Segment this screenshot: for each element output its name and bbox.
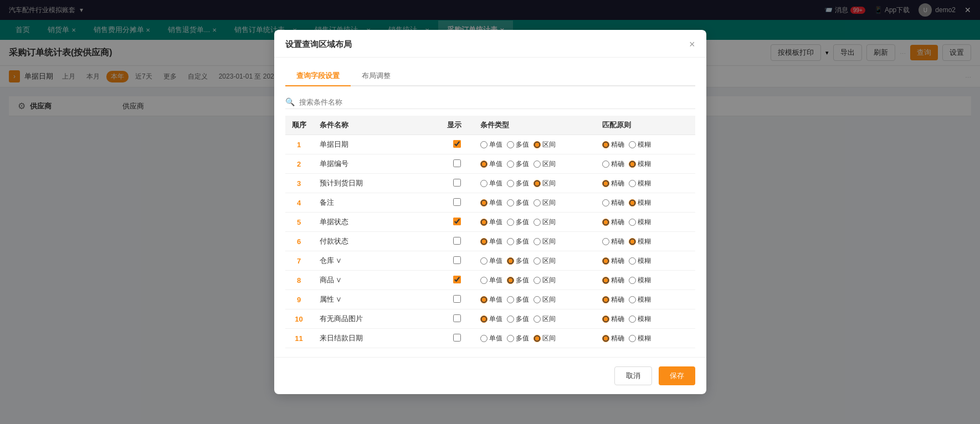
show-checkbox[interactable] xyxy=(453,198,461,206)
radio-type-item[interactable]: 区间 xyxy=(533,140,556,149)
radio-type-item[interactable]: 区间 xyxy=(533,276,556,285)
radio-type-item[interactable]: 区间 xyxy=(533,179,556,188)
settings-modal: 设置查询区域布局 × 查询字段设置 布局调整 🔍 顺序 xyxy=(274,30,706,309)
radio-type-item[interactable]: 区间 xyxy=(533,237,556,246)
cell-order: 1 xyxy=(285,135,313,154)
show-checkbox[interactable] xyxy=(453,159,461,167)
radio-match-item[interactable]: 精确 xyxy=(602,140,624,149)
cell-type[interactable]: 单值多值区间 xyxy=(474,213,596,232)
cell-match[interactable]: 精确模糊 xyxy=(596,213,695,232)
cell-order: 3 xyxy=(285,174,313,193)
radio-type-item[interactable]: 单值 xyxy=(480,179,502,188)
cell-match[interactable]: 精确模糊 xyxy=(596,174,695,193)
cell-match[interactable]: 精确模糊 xyxy=(596,251,695,271)
radio-match-item[interactable]: 模糊 xyxy=(629,159,651,169)
cell-match[interactable]: 精确模糊 xyxy=(596,193,695,213)
cell-show[interactable] xyxy=(440,193,474,213)
radio-type-item[interactable]: 多值 xyxy=(507,140,529,149)
show-checkbox[interactable] xyxy=(453,218,461,225)
radio-match-item[interactable]: 模糊 xyxy=(629,237,651,246)
modal-close-btn[interactable]: × xyxy=(689,39,695,50)
cell-show[interactable] xyxy=(440,154,474,174)
modal-header: 设置查询区域布局 × xyxy=(274,30,706,58)
cell-match[interactable]: 精确模糊 xyxy=(596,135,695,154)
radio-type-item[interactable]: 单值 xyxy=(480,159,502,169)
radio-match-item[interactable]: 模糊 xyxy=(629,179,651,188)
show-checkbox[interactable] xyxy=(453,179,461,187)
tab-layout[interactable]: 布局调整 xyxy=(351,66,402,86)
radio-match-item[interactable]: 精确 xyxy=(602,218,624,227)
radio-type-item[interactable]: 区间 xyxy=(533,295,556,304)
cell-match[interactable]: 精确模糊 xyxy=(596,290,695,309)
radio-type-item[interactable]: 单值 xyxy=(480,256,502,266)
radio-type-item[interactable]: 区间 xyxy=(533,198,556,208)
cell-type[interactable]: 单值多值区间 xyxy=(474,232,596,251)
cell-type[interactable]: 单值多值区间 xyxy=(474,154,596,174)
show-checkbox[interactable] xyxy=(453,295,461,303)
cell-show[interactable] xyxy=(440,213,474,232)
radio-type-item[interactable]: 多值 xyxy=(507,218,529,227)
th-show: 显示 xyxy=(440,116,474,135)
cell-match[interactable]: 精确模糊 xyxy=(596,154,695,174)
table-row: 1单据日期单值多值区间精确模糊 xyxy=(285,135,695,154)
radio-match-item[interactable]: 精确 xyxy=(602,237,624,246)
cell-show[interactable] xyxy=(440,135,474,154)
radio-match-item[interactable]: 精确 xyxy=(602,198,624,208)
radio-match-item[interactable]: 精确 xyxy=(602,179,624,188)
radio-match-item[interactable]: 精确 xyxy=(602,256,624,266)
tab-query-fields[interactable]: 查询字段设置 xyxy=(285,66,351,86)
cell-show[interactable] xyxy=(440,251,474,271)
radio-type-item[interactable]: 多值 xyxy=(507,179,529,188)
search-bar: 🔍 xyxy=(285,95,695,109)
cell-show[interactable] xyxy=(440,232,474,251)
cell-match[interactable]: 精确模糊 xyxy=(596,232,695,251)
cell-type[interactable]: 单值多值区间 xyxy=(474,251,596,271)
radio-match-item[interactable]: 模糊 xyxy=(629,140,651,149)
radio-type-item[interactable]: 多值 xyxy=(507,256,529,266)
show-checkbox[interactable] xyxy=(453,237,461,245)
radio-type-item[interactable]: 区间 xyxy=(533,256,556,266)
cell-show[interactable] xyxy=(440,290,474,309)
settings-table: 顺序 条件名称 显示 条件类型 匹配原则 1单据日期单值多值区间精确模糊2单据编… xyxy=(285,116,695,309)
cell-name: 单据日期 xyxy=(313,135,440,154)
radio-match-item[interactable]: 模糊 xyxy=(629,256,651,266)
cell-order: 4 xyxy=(285,193,313,213)
cell-show[interactable] xyxy=(440,174,474,193)
radio-type-item[interactable]: 单值 xyxy=(480,198,502,208)
show-checkbox[interactable] xyxy=(453,140,461,148)
radio-match-item[interactable]: 精确 xyxy=(602,159,624,169)
show-checkbox[interactable] xyxy=(453,276,461,283)
radio-match-item[interactable]: 模糊 xyxy=(629,198,651,208)
table-row: 3预计到货日期单值多值区间精确模糊 xyxy=(285,174,695,193)
cell-order: 9 xyxy=(285,290,313,309)
cell-type[interactable]: 单值多值区间 xyxy=(474,135,596,154)
cell-order: 8 xyxy=(285,271,313,290)
radio-match-item[interactable]: 精确 xyxy=(602,276,624,285)
radio-type-item[interactable]: 单值 xyxy=(480,295,502,304)
radio-type-item[interactable]: 区间 xyxy=(533,218,556,227)
radio-type-item[interactable]: 单值 xyxy=(480,237,502,246)
radio-type-item[interactable]: 多值 xyxy=(507,237,529,246)
cell-type[interactable]: 单值多值区间 xyxy=(474,271,596,290)
cell-match[interactable]: 精确模糊 xyxy=(596,271,695,290)
radio-type-item[interactable]: 单值 xyxy=(480,276,502,285)
radio-type-item[interactable]: 区间 xyxy=(533,159,556,169)
radio-match-item[interactable]: 模糊 xyxy=(629,276,651,285)
radio-type-item[interactable]: 多值 xyxy=(507,295,529,304)
cell-show[interactable] xyxy=(440,271,474,290)
radio-type-item[interactable]: 多值 xyxy=(507,198,529,208)
radio-type-item[interactable]: 单值 xyxy=(480,140,502,149)
radio-type-item[interactable]: 多值 xyxy=(507,276,529,285)
cell-type[interactable]: 单值多值区间 xyxy=(474,290,596,309)
cell-type[interactable]: 单值多值区间 xyxy=(474,174,596,193)
show-checkbox[interactable] xyxy=(453,256,461,264)
radio-match-item[interactable]: 模糊 xyxy=(629,295,651,304)
modal-overlay: 设置查询区域布局 × 查询字段设置 布局调整 🔍 顺序 xyxy=(0,0,980,309)
radio-type-item[interactable]: 多值 xyxy=(507,159,529,169)
search-input[interactable] xyxy=(299,98,695,106)
table-row: 6付款状态单值多值区间精确模糊 xyxy=(285,232,695,251)
radio-match-item[interactable]: 精确 xyxy=(602,295,624,304)
cell-type[interactable]: 单值多值区间 xyxy=(474,193,596,213)
radio-match-item[interactable]: 模糊 xyxy=(629,218,651,227)
radio-type-item[interactable]: 单值 xyxy=(480,218,502,227)
